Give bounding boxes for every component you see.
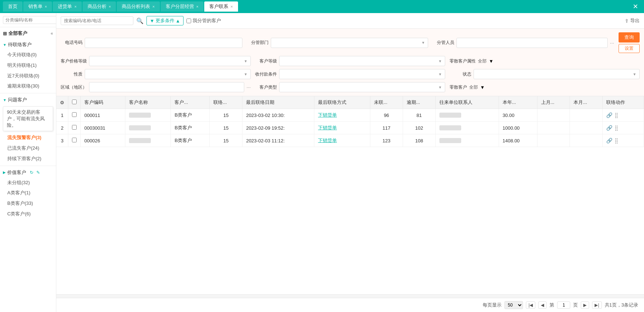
customer-level-select[interactable]: ▼ — [279, 56, 445, 66]
arrow-down-icon-2: ▼ — [3, 98, 7, 102]
close-tab-sales[interactable]: × — [45, 4, 47, 9]
my-customers-checkbox[interactable] — [186, 19, 191, 23]
row-last-type[interactable]: 下销货单 — [314, 134, 370, 147]
row-select-checkbox[interactable] — [72, 125, 77, 130]
region-more-icon[interactable]: ··· — [246, 84, 251, 90]
row-select-checkbox[interactable] — [72, 112, 77, 117]
refresh-icon[interactable]: ↻ — [30, 170, 33, 175]
col-this-year[interactable]: 本年... — [499, 96, 537, 109]
customer-type-select[interactable]: ▼ — [279, 82, 445, 92]
sidebar-item-class-a[interactable]: A类客户(1) — [0, 188, 56, 198]
close-tab-product-list[interactable]: × — [152, 4, 154, 9]
group-problem-customers[interactable]: ▼ 问题客户 — [0, 95, 56, 105]
row-code: 000026 — [81, 134, 125, 147]
col-this-month[interactable]: 本月... — [570, 96, 603, 109]
row-this-month — [570, 122, 603, 134]
query-button[interactable]: 查询 — [619, 32, 640, 42]
sidebar-search-input[interactable] — [3, 16, 56, 24]
price-level-select[interactable]: ▼ — [89, 56, 251, 66]
col-last-type[interactable]: 最后联络方式 — [314, 96, 370, 109]
tab-product-analysis[interactable]: 商品分析 × — [82, 1, 116, 12]
first-page-button[interactable]: |◀ — [526, 301, 535, 309]
row-checkbox[interactable] — [68, 122, 81, 134]
settings-button[interactable]: 设置 — [619, 44, 640, 53]
region-input[interactable] — [89, 82, 244, 92]
export-button[interactable]: ⇧ 导出 — [625, 17, 640, 24]
more-conditions-button[interactable]: ▼ 更多条件 ▲ — [146, 16, 184, 25]
col-unit-contact[interactable]: 往来单位联系人 — [435, 96, 499, 109]
filter-search-input[interactable] — [61, 16, 133, 25]
sidebar-all-customers[interactable]: ⊞ 全部客户 « — [0, 27, 56, 40]
row-contact-count: 15 — [210, 109, 242, 122]
prev-page-button[interactable]: ◀ — [538, 301, 547, 309]
row-uncontacted: 96 — [370, 109, 403, 122]
last-page-button[interactable]: ▶| — [592, 301, 601, 309]
customer-type-label: 客户类型 — [255, 84, 277, 90]
close-tab-product-analysis[interactable]: × — [109, 4, 111, 9]
status-select[interactable]: ▼ — [474, 69, 640, 79]
sidebar-item-overdue[interactable]: 逾期未联络(30) — [0, 81, 56, 92]
payment-select[interactable]: ▼ — [279, 69, 445, 79]
person-more-icon[interactable]: ··· — [610, 40, 614, 46]
tab-purchase[interactable]: 进货单 × — [53, 1, 81, 12]
row-last-date: 2023-02-03 11:12: — [242, 134, 314, 147]
tab-sales[interactable]: 销售单 × — [23, 1, 52, 12]
sidebar-item-7days[interactable]: 近7天待联络(0) — [0, 71, 56, 81]
col-uncontacted[interactable]: 未联... — [370, 96, 403, 109]
dept-select[interactable]: ▼ — [271, 38, 428, 48]
col-contact-count[interactable]: 联络... — [210, 96, 242, 109]
sidebar-item-class-c[interactable]: C类客户(6) — [0, 209, 56, 219]
row-action-link-icon[interactable]: 🔗 — [606, 112, 612, 118]
filter-phone: 电话号码 — [61, 38, 242, 48]
row-uncontacted: 117 — [370, 122, 403, 134]
edit-icon[interactable]: ✎ — [36, 170, 40, 175]
close-tab-purchase[interactable]: × — [74, 4, 76, 9]
group-value-customers[interactable]: ▶ 价值客户 ↻ ✎ — [0, 167, 56, 178]
row-checkbox[interactable] — [68, 109, 81, 122]
group-pending-contact[interactable]: ▼ 待联络客户 — [0, 40, 56, 50]
row-action-more-icon[interactable]: ⣿ — [615, 112, 618, 118]
sidebar-item-tomorrow[interactable]: 明天待联络(1) — [0, 60, 56, 71]
select-all-checkbox[interactable] — [72, 100, 77, 104]
row-last-type[interactable]: 下销货单 — [314, 122, 370, 134]
sidebar-item-ungrouped[interactable]: 未分组(32) — [0, 178, 56, 188]
tab-home[interactable]: 首页 — [3, 1, 23, 12]
person-input[interactable] — [456, 38, 608, 48]
col-last-month[interactable]: 上月... — [537, 96, 570, 109]
sidebar-item-churn-warning[interactable]: 流失预警客户(3) — [0, 133, 56, 143]
row-checkbox[interactable] — [68, 134, 81, 147]
tab-customer-contact[interactable]: 客户联系 × — [204, 1, 238, 12]
col-overdue[interactable]: 逾期... — [403, 96, 435, 109]
row-action-link-icon[interactable]: 🔗 — [606, 138, 612, 143]
col-settings[interactable]: ⚙ — [56, 96, 68, 109]
sidebar-item-churned[interactable]: 已流失客户(24) — [0, 143, 56, 154]
nature-select[interactable]: ▼ — [85, 69, 251, 79]
filter-payment: 收付款条件 ▼ — [255, 69, 445, 79]
page-input[interactable] — [557, 301, 570, 309]
row-action-more-icon[interactable]: ⣿ — [615, 125, 618, 131]
close-tab-customer-tier[interactable]: × — [196, 4, 198, 9]
global-close-button[interactable]: ✕ — [630, 3, 641, 11]
scrollbar[interactable] — [56, 294, 644, 298]
tab-product-list[interactable]: 商品分析列表 × — [117, 1, 160, 12]
row-last-type[interactable]: 下销货单 — [314, 109, 370, 122]
sidebar-item-today[interactable]: 今天待联络(0) — [0, 50, 56, 60]
sidebar-item-declining[interactable]: 持续下滑客户(2) — [0, 154, 56, 164]
col-code[interactable]: 客户编码 — [81, 96, 125, 109]
col-level[interactable]: 客户... — [171, 96, 210, 109]
col-checkbox[interactable] — [68, 96, 81, 109]
tab-customer-tier[interactable]: 客户分层经营 × — [161, 1, 204, 12]
close-tab-customer-contact[interactable]: × — [230, 4, 233, 9]
row-select-checkbox[interactable] — [72, 138, 77, 142]
col-last-date[interactable]: 最后联络日期 — [242, 96, 314, 109]
next-page-button[interactable]: ▶ — [581, 301, 589, 309]
filter-search-button[interactable]: 🔍 — [136, 17, 144, 24]
sidebar-item-class-b[interactable]: B类客户(33) — [0, 198, 56, 209]
row-action-more-icon[interactable]: ⣿ — [615, 138, 618, 143]
row-action-link-icon[interactable]: 🔗 — [606, 125, 612, 131]
phone-input[interactable] — [85, 38, 242, 48]
collapse-icon: « — [51, 31, 53, 36]
per-page-select[interactable]: 50 100 — [504, 301, 523, 309]
col-name[interactable]: 客户名称 — [125, 96, 171, 109]
my-customers-checkbox-label[interactable]: 我分管的客户 — [186, 17, 221, 24]
